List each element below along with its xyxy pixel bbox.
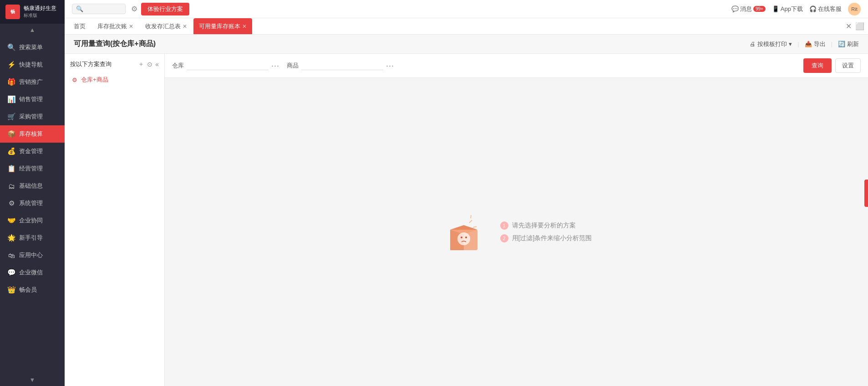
industry-solution-button[interactable]: 体验行业方案 [141, 3, 189, 15]
sidebar-item-member[interactable]: 👑 畅会员 [0, 281, 65, 299]
sidebar-item-purchase[interactable]: 🛒 采购管理 [0, 108, 65, 125]
sidebar-item-enterprise[interactable]: 🤝 企业协同 [0, 212, 65, 229]
sidebar-item-wechat[interactable]: 💬 企业微信 [0, 264, 65, 281]
sidebar-item-newbie[interactable]: 🌟 新手引导 [0, 229, 65, 247]
app-download-button[interactable]: 📱 App下载 [772, 5, 803, 13]
sidebar-scroll-up[interactable]: ▲ [0, 24, 65, 36]
user-area[interactable]: Rit [848, 3, 861, 15]
tab-summary[interactable]: 收发存汇总表 ✕ [140, 18, 193, 34]
warehouse-input[interactable] [187, 61, 269, 70]
sidebar-item-sales[interactable]: 📊 销售管理 [0, 91, 65, 108]
warehouse-field: 仓库 ··· [172, 61, 279, 71]
filter-item-warehouse-goods[interactable]: ⚙ 仓库+商品 [65, 72, 164, 87]
sidebar-item-search[interactable]: 🔍 搜索菜单 [0, 39, 65, 56]
filter-sidebar: 按以下方案查询 ＋ ⊙ « ⚙ 仓库+商品 [65, 54, 165, 386]
goods-more-button[interactable]: ··· [386, 61, 394, 71]
tab-summary-label: 收发存汇总表 [145, 22, 181, 31]
export-button[interactable]: 📤 导出 [805, 40, 826, 48]
system-icon: ⚙ [7, 199, 15, 207]
tip-num-1: 1 [500, 221, 508, 230]
tab-batch-close[interactable]: ✕ [129, 23, 133, 30]
message-icon: 💬 [731, 5, 739, 12]
operation-icon: 📋 [7, 165, 15, 173]
filter-header-label: 按以下方案查询 [70, 60, 112, 68]
add-filter-button[interactable]: ＋ [138, 60, 144, 68]
goods-input[interactable] [301, 61, 383, 70]
avatar: Rit [848, 3, 861, 15]
app-name: 畅康通好生意 [24, 5, 56, 12]
topbar-search-input[interactable] [85, 6, 122, 12]
sidebar-scroll-down[interactable]: ▼ [0, 374, 65, 386]
goods-field: 商品 ··· [287, 61, 394, 71]
svg-point-4 [457, 232, 470, 245]
tab-batch-label: 库存批次账 [97, 22, 127, 31]
tab-batch[interactable]: 库存批次账 ✕ [92, 18, 139, 34]
settings-icon[interactable]: ⚙ [131, 5, 137, 13]
marketing-icon: 🎁 [7, 78, 15, 86]
filter-header: 按以下方案查询 ＋ ⊙ « [65, 58, 164, 72]
warehouse-more-button[interactable]: ··· [271, 61, 279, 71]
page-actions: 🖨 按模板打印 ▾ | 📤 导出 | 🔄 刷新 [750, 40, 859, 48]
online-service-button[interactable]: 🎧 在线客服 [809, 5, 842, 13]
query-button[interactable]: 查询 [803, 58, 832, 73]
app-download-label: App下载 [781, 5, 803, 13]
settings-button[interactable]: 设置 [835, 58, 861, 73]
maximize-window-button[interactable]: ⬜ [855, 22, 864, 31]
sidebar-item-label: 营销推广 [19, 78, 43, 86]
tab-available[interactable]: 可用量库存账本 ✕ [193, 18, 252, 34]
topbar-search-box[interactable]: 🔍 [72, 4, 126, 14]
shortcut-icon: ⚡ [7, 61, 15, 69]
empty-illustration [441, 209, 487, 255]
message-button[interactable]: 💬 消息 99+ [731, 5, 766, 13]
manage-filter-button[interactable]: ⊙ [147, 61, 152, 68]
finance-icon: 💰 [7, 147, 15, 155]
collapse-filter-button[interactable]: « [155, 61, 159, 68]
sidebar-nav: 🔍 搜索菜单 ⚡ 快捷导航 🎁 营销推广 📊 销售管理 🛒 采购管理 📦 库存核… [0, 36, 65, 374]
refresh-icon: 🔄 [838, 41, 845, 47]
sidebar-item-system[interactable]: ⚙ 系统管理 [0, 195, 65, 212]
sidebar-item-finance[interactable]: 💰 资金管理 [0, 143, 65, 160]
empty-box-svg [441, 209, 487, 255]
export-icon: 📤 [805, 41, 812, 47]
refresh-button[interactable]: 🔄 刷新 [838, 40, 859, 48]
sidebar-item-label: 应用中心 [19, 251, 43, 259]
topbar-right: 💬 消息 99+ 📱 App下载 🎧 在线客服 Rit [731, 3, 861, 15]
filter-item-label: 仓库+商品 [81, 76, 108, 84]
member-icon: 👑 [7, 286, 15, 294]
basic-icon: 🗂 [7, 182, 15, 190]
tab-home[interactable]: 首页 [68, 18, 91, 34]
inventory-icon: 📦 [7, 130, 15, 138]
tab-summary-close[interactable]: ✕ [183, 23, 187, 30]
sidebar-item-label: 快捷导航 [19, 61, 43, 69]
sidebar-item-inventory[interactable]: 📦 库存核算 [0, 125, 65, 143]
enterprise-icon: 🤝 [7, 216, 15, 225]
sidebar-item-label: 搜索菜单 [19, 43, 43, 51]
sidebar-item-label: 系统管理 [19, 199, 43, 207]
empty-tip-2: 2 用[过滤]条件来缩小分析范围 [500, 234, 592, 242]
close-window-button[interactable]: ✕ [846, 22, 852, 31]
window-buttons: ✕ ⬜ [846, 22, 864, 31]
wechat-icon: 💬 [7, 268, 15, 277]
tab-available-label: 可用量库存账本 [199, 22, 240, 31]
sidebar-item-operation[interactable]: 📋 经营管理 [0, 160, 65, 177]
svg-point-5 [461, 237, 462, 238]
sidebar-item-basic[interactable]: 🗂 基础信息 [0, 177, 65, 195]
sidebar-item-shortcut[interactable]: ⚡ 快捷导航 [0, 56, 65, 73]
sidebar-item-marketing[interactable]: 🎁 营销推广 [0, 73, 65, 91]
search-icon: 🔍 [7, 43, 15, 51]
topbar: 🔍 ⚙ 体验行业方案 💬 消息 99+ 📱 App下载 🎧 在线客服 Rit [65, 0, 868, 18]
print-button[interactable]: 🖨 按模板打印 ▾ [750, 40, 792, 48]
data-area: 仓库 ··· 商品 ··· 查询 设置 [165, 54, 868, 386]
right-scroll-indicator[interactable] [864, 180, 868, 207]
tip-text-1: 请先选择要分析的方案 [512, 221, 576, 230]
query-actions: 查询 设置 [803, 58, 861, 73]
sidebar-item-label: 资金管理 [19, 147, 43, 155]
tab-home-label: 首页 [74, 22, 86, 31]
sidebar-item-label: 畅会员 [19, 286, 37, 294]
chevron-down-icon: ▾ [789, 41, 792, 47]
purchase-icon: 🛒 [7, 113, 15, 121]
page-header: 可用量查询(按仓库+商品) 🖨 按模板打印 ▾ | 📤 导出 | 🔄 刷新 [65, 35, 868, 54]
tab-available-close[interactable]: ✕ [242, 23, 247, 30]
sidebar-item-appcenter[interactable]: 🛍 应用中心 [0, 247, 65, 264]
tip-text-2: 用[过滤]条件来缩小分析范围 [512, 234, 592, 242]
